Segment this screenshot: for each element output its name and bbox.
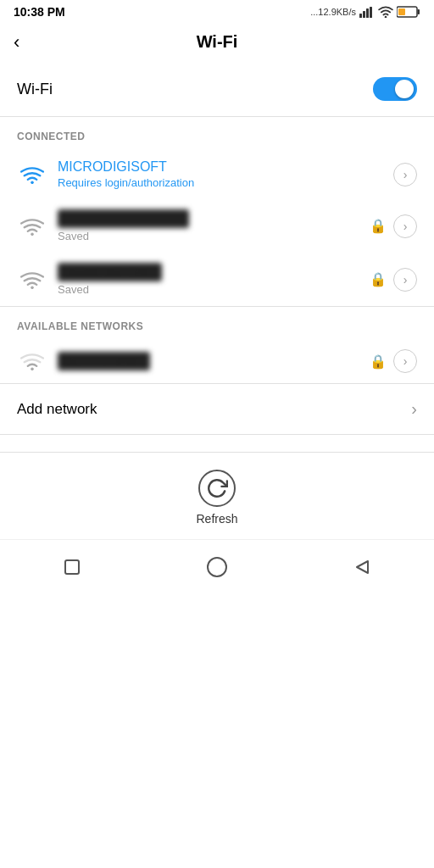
wifi-saved2-icon (17, 270, 47, 289)
saved2-lock-icon: 🔒 (370, 271, 387, 287)
back-button[interactable]: ‹ (14, 33, 19, 52)
available1-name: Samifire-WWifi (58, 352, 370, 370)
add-network-button[interactable]: Add network › (0, 384, 434, 434)
svg-rect-6 (418, 9, 420, 14)
saved2-info: dloribantiome36c Saved (58, 263, 370, 296)
saved2-name: dloribantiome36c (58, 263, 370, 281)
status-bar: 10:38 PM ...12.9KB/s (0, 0, 434, 22)
saved1-info: ██████████████ Saved (58, 209, 370, 242)
svg-marker-14 (357, 561, 368, 573)
add-network-label: Add network (17, 401, 97, 418)
network-item-saved-2[interactable]: dloribantiome36c Saved 🔒 › (0, 253, 434, 306)
svg-rect-0 (359, 14, 362, 18)
microdigisoft-sub: Requires login/authorization (58, 176, 393, 189)
saved1-chevron[interactable]: › (393, 214, 417, 238)
microdigisoft-name: MICRODIGISOFT (58, 159, 393, 175)
svg-point-13 (208, 558, 226, 576)
nav-square-button[interactable] (57, 552, 87, 582)
wifi-saved1-icon (17, 217, 47, 236)
svg-rect-2 (366, 8, 369, 18)
svg-rect-12 (65, 560, 79, 574)
svg-point-10 (31, 286, 34, 288)
saved2-right: 🔒 › (370, 268, 417, 292)
page-title: Wi-Fi (197, 32, 238, 52)
wifi-toggle-switch[interactable] (373, 77, 417, 101)
microdigisoft-info: MICRODIGISOFT Requires login/authorizati… (58, 159, 393, 189)
saved1-status: Saved (58, 230, 370, 242)
status-icons: ...12.9KB/s (310, 6, 420, 18)
available1-info: Samifire-WWifi (58, 352, 370, 370)
svg-point-11 (31, 368, 34, 370)
divider-4 (0, 434, 434, 435)
microdigisoft-right: › (393, 163, 417, 186)
network-item-available-1[interactable]: Samifire-WWifi 🔒 › (0, 339, 434, 383)
refresh-label: Refresh (196, 512, 237, 526)
signal-icon (359, 6, 375, 18)
wifi-connected-icon (17, 165, 47, 184)
saved1-name: ██████████████ (58, 209, 370, 228)
wifi-toggle-label: Wi-Fi (17, 81, 53, 98)
network-item-microdigisoft[interactable]: MICRODIGISOFT Requires login/authorizati… (0, 149, 434, 199)
wifi-toggle-row: Wi-Fi (0, 62, 434, 116)
available-section-label: AVAILABLE NETWORKS (0, 307, 434, 339)
nav-bar (0, 539, 434, 598)
svg-point-8 (31, 181, 34, 183)
network-speed: ...12.9KB/s (310, 7, 356, 17)
svg-rect-1 (363, 11, 365, 18)
header: ‹ Wi-Fi (0, 22, 434, 62)
available1-chevron[interactable]: › (393, 349, 417, 373)
wifi-status-icon (378, 6, 393, 18)
saved2-status: Saved (58, 283, 370, 296)
status-time: 10:38 PM (14, 5, 65, 19)
svg-rect-3 (370, 7, 372, 18)
battery-icon (397, 6, 420, 18)
saved1-lock-icon: 🔒 (370, 218, 387, 234)
add-network-chevron: › (411, 399, 417, 419)
svg-rect-7 (398, 8, 405, 15)
nav-back-button[interactable] (347, 552, 377, 582)
refresh-icon (198, 470, 236, 507)
wifi-available1-icon (17, 352, 47, 370)
svg-point-9 (31, 232, 34, 235)
saved2-chevron[interactable]: › (393, 268, 417, 292)
nav-home-button[interactable] (202, 552, 232, 582)
connected-section-label: CONNECTED (0, 117, 434, 149)
network-item-saved-1[interactable]: ██████████████ Saved 🔒 › (0, 199, 434, 253)
svg-point-4 (385, 16, 387, 18)
microdigisoft-chevron[interactable]: › (393, 163, 417, 186)
refresh-button[interactable]: Refresh (0, 452, 434, 539)
saved1-right: 🔒 › (370, 214, 417, 238)
available1-right: 🔒 › (370, 349, 417, 373)
available1-lock-icon: 🔒 (370, 353, 387, 370)
